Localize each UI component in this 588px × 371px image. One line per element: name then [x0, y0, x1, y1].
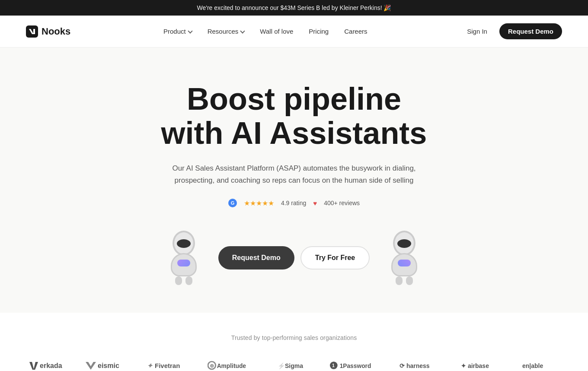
svg-text:Amplitude: Amplitude [217, 363, 246, 369]
hero-heading: Boost pipeline with AI Assistants [161, 82, 427, 150]
svg-text:erkada: erkada [40, 362, 62, 369]
svg-text:✦: ✦ [147, 362, 153, 369]
logo-link[interactable]: Nooks [26, 25, 70, 38]
nav-item-resources[interactable]: Resources [201, 24, 251, 38]
harness-icon: ⟳ harness [399, 360, 446, 371]
airbase-icon: ✦ airbase [460, 360, 508, 371]
logo-fivetran: ✦ Fivetran [139, 357, 201, 371]
trusted-section: Trusted by top-performing sales organiza… [0, 313, 588, 371]
astro-leg-right [185, 276, 192, 285]
nav-item-product[interactable]: Product [157, 24, 198, 38]
nav-item-careers[interactable]: Careers [338, 24, 373, 38]
trusted-label: Trusted by top-performing sales organiza… [26, 334, 562, 341]
hero-rating: G ★★★★★ 4.9 rating ♥ 400+ reviews [228, 199, 360, 207]
astro-visor-r [397, 239, 411, 248]
astro-body [171, 253, 197, 276]
astronaut-left [160, 231, 208, 287]
hero-bottom-row: Request Demo Try For Free [151, 218, 437, 287]
logo-seismic: eismic [78, 357, 139, 371]
svg-text:1: 1 [332, 363, 335, 368]
nooks-logo-icon [26, 25, 38, 38]
announcement-text: We're excited to announce our $43M Serie… [197, 4, 391, 11]
chevron-down-icon [240, 29, 245, 33]
logo-row-1: erkada eismic ✦ Fivetran ⊕ Ampli [26, 357, 562, 371]
amplitude-icon: ⊕ Amplitude [208, 360, 263, 371]
logo-harness: ⟳ harness [392, 357, 453, 371]
chevron-down-icon [188, 29, 192, 33]
logo-verkada: erkada [21, 357, 78, 371]
nav-item-pricing[interactable]: Pricing [303, 24, 335, 38]
sigma-icon: ⚡Sigma [277, 360, 316, 371]
rating-value: 4.9 rating [281, 200, 306, 206]
hero-description: Our AI Sales Assistant Platform (ASAP) a… [151, 162, 437, 187]
astronaut-figure-right [380, 231, 428, 287]
announcement-bar: We're excited to announce our $43M Serie… [0, 0, 588, 16]
star-rating: ★★★★★ [244, 199, 274, 207]
verkada-icon: erkada [28, 360, 71, 371]
astro-leg-left [175, 276, 182, 285]
hero-try-free-button[interactable]: Try For Free [300, 246, 370, 270]
logo-amplitude: ⊕ Amplitude [201, 357, 270, 371]
astro-body-accent-r [398, 260, 411, 266]
astro-body-r [391, 253, 417, 276]
svg-text:⚡Sigma: ⚡Sigma [278, 362, 303, 370]
svg-text:✦ airbase: ✦ airbase [461, 362, 489, 369]
astro-head-r [393, 231, 415, 256]
fivetran-icon: ✦ Fivetran [146, 360, 194, 371]
navbar: Nooks Product Resources Wall of love Pri… [0, 16, 588, 48]
heart-icon: ♥ [313, 200, 317, 207]
svg-text:en|able: en|able [522, 362, 543, 369]
hero-cta-buttons: Request Demo Try For Free [218, 246, 370, 270]
nav-item-wall-of-love[interactable]: Wall of love [254, 24, 299, 38]
astro-legs [173, 276, 195, 285]
logo-airbase: ✦ airbase [453, 357, 514, 371]
svg-text:⟳ harness: ⟳ harness [399, 362, 430, 369]
nav-request-demo-button[interactable]: Request Demo [499, 23, 562, 39]
astronaut-right [380, 231, 428, 287]
logo-1password: 1 1Password [323, 357, 392, 371]
svg-text:Fivetran: Fivetran [155, 362, 180, 369]
astronaut-figure-left [160, 231, 208, 287]
astro-head [173, 231, 195, 256]
logo-enable: en|able [514, 357, 567, 371]
sign-in-button[interactable]: Sign In [460, 24, 494, 38]
svg-marker-3 [86, 362, 96, 370]
enable-icon: en|able [521, 360, 560, 371]
svg-text:1Password: 1Password [340, 363, 371, 369]
hero-request-demo-button[interactable]: Request Demo [218, 246, 294, 270]
review-count: 400+ reviews [324, 200, 360, 206]
logo-text: Nooks [42, 26, 70, 37]
hero-section: Boost pipeline with AI Assistants Our AI… [0, 48, 588, 313]
astro-legs-r [393, 276, 415, 285]
nav-actions: Sign In Request Demo [460, 23, 562, 39]
astro-body-accent [177, 260, 190, 266]
1password-icon: 1 1Password [329, 360, 385, 371]
astro-leg-left-r [406, 276, 413, 285]
hero-content: Boost pipeline with AI Assistants Our AI… [151, 82, 437, 287]
astro-leg-right-r [396, 276, 403, 285]
seismic-icon: eismic [85, 360, 132, 371]
nav-links: Product Resources Wall of love Pricing C… [157, 24, 374, 38]
svg-text:⊕: ⊕ [210, 363, 214, 369]
svg-marker-1 [29, 362, 38, 370]
logo-grid: erkada eismic ✦ Fivetran ⊕ Ampli [26, 357, 562, 371]
astro-visor [177, 239, 191, 248]
g2-icon: G [228, 199, 237, 207]
logo-sigma: ⚡Sigma [270, 357, 323, 371]
svg-text:eismic: eismic [98, 362, 119, 369]
